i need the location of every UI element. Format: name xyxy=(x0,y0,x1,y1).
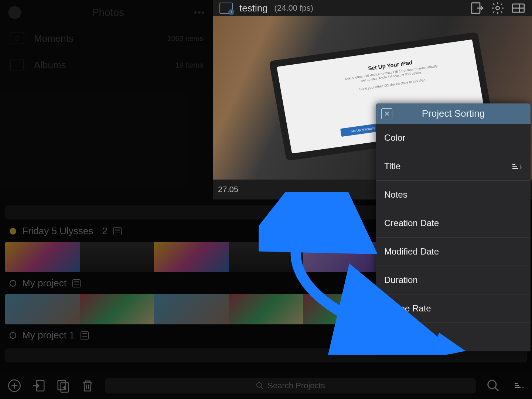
popup-title: Project Sorting xyxy=(392,108,514,119)
sort-option-color[interactable]: Color xyxy=(376,124,531,152)
sort-button[interactable]: ↓ xyxy=(511,379,525,393)
sort-option-aspect-ratio[interactable]: Aspect Ratio xyxy=(376,323,531,351)
thumbnail[interactable] xyxy=(80,294,154,324)
close-button[interactable]: ✕ xyxy=(381,108,392,119)
project-title: testing xyxy=(239,3,268,14)
add-button[interactable] xyxy=(7,379,21,393)
thumbnail[interactable] xyxy=(229,242,303,272)
export-icon[interactable] xyxy=(470,2,484,14)
project-name: Friday 5 Ulysses xyxy=(22,225,93,237)
sort-option-creation-date[interactable]: Creation Date xyxy=(376,209,531,238)
sort-option-modified-date[interactable]: Modified Date xyxy=(376,238,531,266)
albums-icon xyxy=(10,59,24,71)
search-icon xyxy=(256,382,264,390)
project-name: My project 1 xyxy=(22,330,75,341)
notes-icon[interactable] xyxy=(113,227,122,235)
project-color-dot xyxy=(10,332,16,339)
svg-point-1 xyxy=(496,6,499,10)
layout-icon[interactable] xyxy=(511,2,525,14)
notes-icon[interactable] xyxy=(81,331,89,340)
preview-timecode: 27.05 xyxy=(218,185,238,194)
search-input[interactable]: Search Projects xyxy=(105,378,476,393)
sort-option-notes[interactable]: Notes xyxy=(376,181,531,209)
search-placeholder: Search Projects xyxy=(267,381,325,391)
thumbnail[interactable] xyxy=(303,294,378,324)
sort-option-title[interactable]: Title ↓ xyxy=(376,152,531,181)
sidebar-item-label: Albums xyxy=(34,59,166,71)
project-color-dot xyxy=(10,280,16,287)
more-icon[interactable]: ••• xyxy=(194,7,205,18)
sort-option-frame-rate[interactable]: Frame Rate xyxy=(376,294,531,323)
project-fps: (24.00 fps) xyxy=(274,3,313,13)
moments-icon xyxy=(10,33,24,44)
project-sorting-popup: ✕ Project Sorting Color Title ↓ Notes Cr… xyxy=(376,103,531,351)
thumbnail[interactable] xyxy=(5,294,80,324)
sidebar-item-count: 19 items xyxy=(175,61,203,69)
new-project-icon[interactable] xyxy=(219,3,233,14)
svg-point-8 xyxy=(488,381,496,389)
thumbnail[interactable] xyxy=(80,242,154,272)
sidebar-item-label: Moments xyxy=(34,33,157,44)
thumbnail[interactable] xyxy=(303,242,378,272)
thumbnail[interactable] xyxy=(5,242,80,272)
project-name: My project xyxy=(22,277,66,289)
filter-button[interactable] xyxy=(486,379,500,393)
project-clip-count: 2 xyxy=(102,225,107,237)
thumbnail[interactable] xyxy=(229,294,303,324)
notes-icon[interactable] xyxy=(72,279,81,287)
trash-button[interactable] xyxy=(81,379,95,393)
sort-option-duration[interactable]: Duration xyxy=(376,266,531,294)
duplicate-button[interactable] xyxy=(56,379,70,393)
thumbnail[interactable] xyxy=(154,242,229,272)
gear-icon[interactable] xyxy=(491,2,505,14)
svg-point-7 xyxy=(257,383,262,388)
sidebar-item-moments[interactable]: Moments 1069 items xyxy=(0,25,213,52)
sort-direction-icon: ↓ xyxy=(512,163,522,170)
photos-app-icon xyxy=(7,5,22,20)
project-color-dot xyxy=(10,228,16,235)
sidebar-item-albums[interactable]: Albums 19 items xyxy=(0,52,213,78)
bottom-toolbar: Search Projects ↓ xyxy=(0,372,532,399)
photos-sidebar: Photos ••• Moments 1069 items Albums 19 … xyxy=(0,0,213,200)
import-button[interactable] xyxy=(32,379,46,393)
sidebar-title: Photos xyxy=(29,7,187,18)
sidebar-item-count: 1069 items xyxy=(167,34,203,43)
thumbnail[interactable] xyxy=(154,294,229,324)
